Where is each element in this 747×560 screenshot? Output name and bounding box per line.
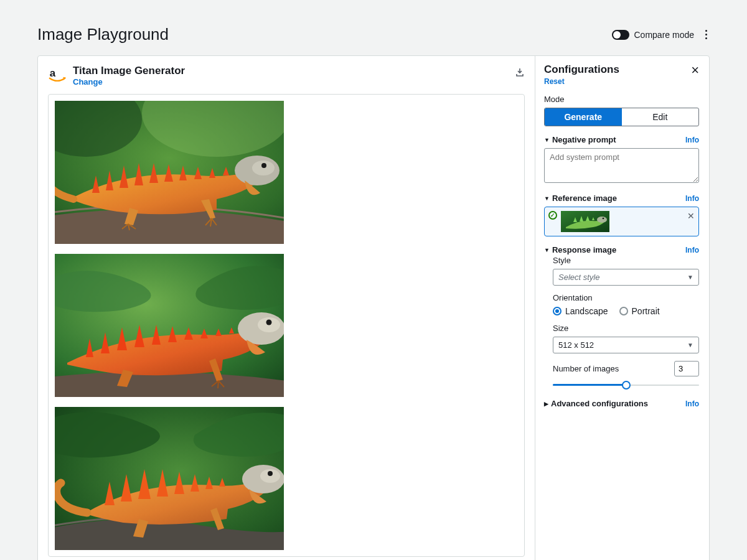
response-image-section-toggle[interactable]: Response image Info <box>544 245 699 254</box>
change-model-link[interactable]: Change <box>73 77 185 86</box>
svg-point-17 <box>603 218 604 220</box>
advanced-config-section-toggle[interactable]: Advanced configurations Info <box>544 399 699 408</box>
negative-prompt-section-toggle[interactable]: Negative prompt Info <box>544 135 699 144</box>
size-select[interactable]: 512 x 512 ▼ <box>553 337 699 353</box>
advanced-info-link[interactable]: Info <box>685 399 699 408</box>
style-select[interactable]: Select style ▼ <box>553 269 699 286</box>
close-panel-icon[interactable]: × <box>691 63 699 77</box>
svg-point-6 <box>261 163 266 168</box>
compare-mode-label: Compare mode <box>634 30 695 40</box>
result-image-1[interactable] <box>55 101 284 244</box>
response-image-info-link[interactable]: Info <box>685 246 699 254</box>
negative-prompt-input[interactable] <box>544 148 699 183</box>
remove-reference-icon[interactable]: ✕ <box>687 211 695 221</box>
reference-image-box: ✓ <box>544 207 699 236</box>
mode-label: Mode <box>544 95 699 104</box>
svg-text:a: a <box>50 67 56 79</box>
neg-prompt-info-link[interactable]: Info <box>685 136 699 144</box>
result-image-3[interactable] <box>55 407 284 550</box>
reset-link[interactable]: Reset <box>544 77 619 86</box>
size-label: Size <box>553 324 699 333</box>
num-images-slider[interactable] <box>553 380 699 390</box>
result-image-2[interactable] <box>55 254 284 397</box>
svg-point-16 <box>597 217 607 223</box>
config-panel-title: Configurations <box>544 63 619 76</box>
orientation-label: Orientation <box>553 293 699 302</box>
orientation-portrait-radio[interactable]: Portrait <box>619 306 660 316</box>
svg-point-10 <box>266 320 272 325</box>
compare-mode-toggle[interactable] <box>612 30 629 40</box>
style-label: Style <box>553 256 699 265</box>
mode-edit-tab[interactable]: Edit <box>622 108 699 126</box>
check-icon: ✓ <box>548 211 557 220</box>
orientation-landscape-radio[interactable]: Landscape <box>553 306 608 316</box>
chevron-down-icon: ▼ <box>687 274 693 281</box>
mode-generate-tab[interactable]: Generate <box>545 108 622 126</box>
model-name: Titan Image Generator <box>73 65 185 77</box>
results-panel <box>48 94 525 557</box>
num-images-label: Number of images <box>553 364 619 373</box>
page-title: Image Playground <box>37 25 169 44</box>
amazon-logo-icon: a <box>48 66 67 85</box>
num-images-input[interactable] <box>674 361 699 376</box>
reference-image-section-toggle[interactable]: Reference image Info <box>544 194 699 203</box>
reference-thumbnail[interactable] <box>561 211 609 232</box>
ref-image-info-link[interactable]: Info <box>685 194 699 203</box>
more-menu-icon[interactable] <box>703 27 710 42</box>
download-icon[interactable] <box>515 65 525 79</box>
svg-point-5 <box>252 161 275 175</box>
chevron-down-icon: ▼ <box>687 342 693 348</box>
svg-point-14 <box>268 471 273 476</box>
